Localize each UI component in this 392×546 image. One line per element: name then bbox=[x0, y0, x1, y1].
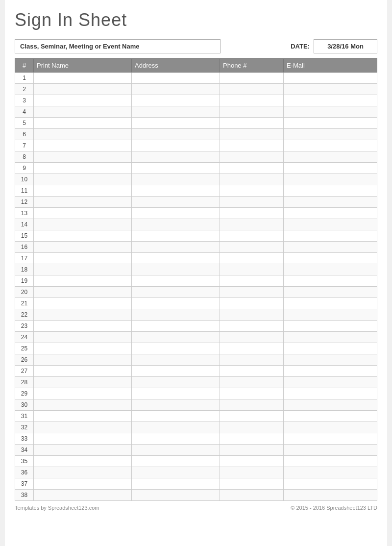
row-phone[interactable] bbox=[220, 332, 284, 343]
row-name[interactable] bbox=[34, 253, 132, 264]
row-phone[interactable] bbox=[220, 287, 284, 298]
table-row[interactable]: 24 bbox=[15, 332, 377, 343]
row-name[interactable] bbox=[34, 106, 132, 118]
row-address[interactable] bbox=[132, 354, 220, 366]
row-email[interactable] bbox=[284, 411, 377, 422]
row-email[interactable] bbox=[284, 467, 377, 478]
table-row[interactable]: 6 bbox=[15, 129, 377, 140]
row-phone[interactable] bbox=[220, 106, 284, 118]
table-row[interactable]: 21 bbox=[15, 298, 377, 309]
row-phone[interactable] bbox=[220, 399, 284, 411]
row-phone[interactable] bbox=[220, 174, 284, 185]
row-address[interactable] bbox=[132, 197, 220, 208]
row-address[interactable] bbox=[132, 73, 220, 84]
row-name[interactable] bbox=[34, 490, 132, 501]
row-email[interactable] bbox=[284, 230, 377, 242]
row-phone[interactable] bbox=[220, 230, 284, 242]
row-name[interactable] bbox=[34, 321, 132, 332]
row-email[interactable] bbox=[284, 388, 377, 399]
table-row[interactable]: 30 bbox=[15, 399, 377, 411]
row-email[interactable] bbox=[284, 208, 377, 219]
row-email[interactable] bbox=[284, 377, 377, 388]
row-email[interactable] bbox=[284, 140, 377, 151]
row-name[interactable] bbox=[34, 433, 132, 445]
row-name[interactable] bbox=[34, 197, 132, 208]
table-row[interactable]: 5 bbox=[15, 118, 377, 129]
row-email[interactable] bbox=[284, 399, 377, 411]
row-address[interactable] bbox=[132, 445, 220, 456]
row-name[interactable] bbox=[34, 298, 132, 309]
row-email[interactable] bbox=[284, 118, 377, 129]
table-row[interactable]: 29 bbox=[15, 388, 377, 399]
row-address[interactable] bbox=[132, 140, 220, 151]
row-address[interactable] bbox=[132, 95, 220, 106]
row-name[interactable] bbox=[34, 411, 132, 422]
row-phone[interactable] bbox=[220, 445, 284, 456]
row-name[interactable] bbox=[34, 208, 132, 219]
row-address[interactable] bbox=[132, 129, 220, 140]
row-address[interactable] bbox=[132, 399, 220, 411]
table-row[interactable]: 26 bbox=[15, 354, 377, 366]
row-address[interactable] bbox=[132, 163, 220, 174]
row-address[interactable] bbox=[132, 433, 220, 445]
row-phone[interactable] bbox=[220, 73, 284, 84]
table-row[interactable]: 38 bbox=[15, 490, 377, 501]
row-email[interactable] bbox=[284, 253, 377, 264]
row-address[interactable] bbox=[132, 377, 220, 388]
row-phone[interactable] bbox=[220, 151, 284, 163]
row-phone[interactable] bbox=[220, 354, 284, 366]
row-address[interactable] bbox=[132, 478, 220, 490]
table-row[interactable]: 2 bbox=[15, 84, 377, 95]
table-row[interactable]: 20 bbox=[15, 287, 377, 298]
row-name[interactable] bbox=[34, 399, 132, 411]
row-name[interactable] bbox=[34, 163, 132, 174]
row-name[interactable] bbox=[34, 230, 132, 242]
table-row[interactable]: 22 bbox=[15, 309, 377, 321]
row-name[interactable] bbox=[34, 151, 132, 163]
row-email[interactable] bbox=[284, 185, 377, 197]
row-address[interactable] bbox=[132, 253, 220, 264]
row-name[interactable] bbox=[34, 219, 132, 230]
table-row[interactable]: 7 bbox=[15, 140, 377, 151]
row-phone[interactable] bbox=[220, 84, 284, 95]
row-phone[interactable] bbox=[220, 242, 284, 253]
row-address[interactable] bbox=[132, 490, 220, 501]
row-phone[interactable] bbox=[220, 298, 284, 309]
row-email[interactable] bbox=[284, 287, 377, 298]
row-phone[interactable] bbox=[220, 185, 284, 197]
row-phone[interactable] bbox=[220, 422, 284, 433]
table-row[interactable]: 16 bbox=[15, 242, 377, 253]
row-phone[interactable] bbox=[220, 275, 284, 287]
row-address[interactable] bbox=[132, 264, 220, 275]
table-row[interactable]: 31 bbox=[15, 411, 377, 422]
row-name[interactable] bbox=[34, 287, 132, 298]
row-name[interactable] bbox=[34, 354, 132, 366]
row-email[interactable] bbox=[284, 478, 377, 490]
row-address[interactable] bbox=[132, 219, 220, 230]
row-address[interactable] bbox=[132, 309, 220, 321]
row-phone[interactable] bbox=[220, 253, 284, 264]
row-address[interactable] bbox=[132, 151, 220, 163]
row-email[interactable] bbox=[284, 321, 377, 332]
row-name[interactable] bbox=[34, 73, 132, 84]
row-phone[interactable] bbox=[220, 456, 284, 467]
row-phone[interactable] bbox=[220, 388, 284, 399]
table-row[interactable]: 17 bbox=[15, 253, 377, 264]
row-email[interactable] bbox=[284, 332, 377, 343]
row-name[interactable] bbox=[34, 242, 132, 253]
row-email[interactable] bbox=[284, 151, 377, 163]
table-row[interactable]: 25 bbox=[15, 343, 377, 354]
row-phone[interactable] bbox=[220, 343, 284, 354]
table-row[interactable]: 28 bbox=[15, 377, 377, 388]
row-address[interactable] bbox=[132, 467, 220, 478]
row-name[interactable] bbox=[34, 140, 132, 151]
row-address[interactable] bbox=[132, 298, 220, 309]
table-row[interactable]: 13 bbox=[15, 208, 377, 219]
row-address[interactable] bbox=[132, 332, 220, 343]
row-name[interactable] bbox=[34, 467, 132, 478]
row-address[interactable] bbox=[132, 118, 220, 129]
table-row[interactable]: 23 bbox=[15, 321, 377, 332]
table-row[interactable]: 1 bbox=[15, 73, 377, 84]
row-name[interactable] bbox=[34, 366, 132, 377]
row-address[interactable] bbox=[132, 208, 220, 219]
